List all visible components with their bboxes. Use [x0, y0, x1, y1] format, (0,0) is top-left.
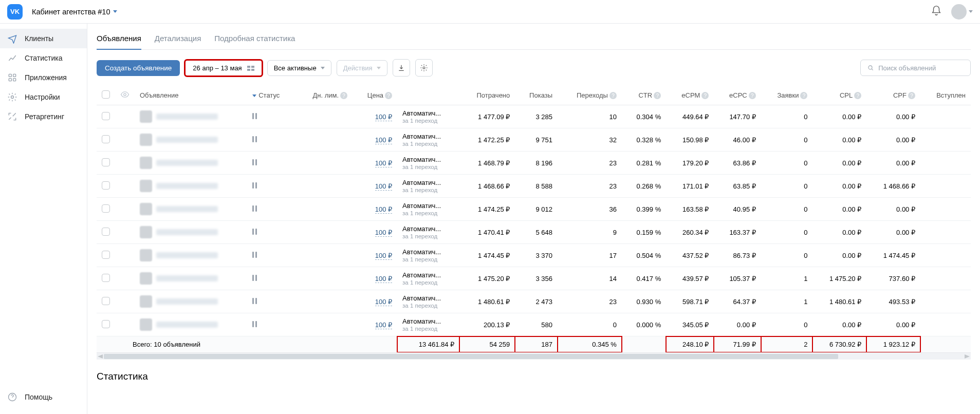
table-row[interactable]: 100 ₽Автоматич...за 1 переход1 472.25 ₽9…	[97, 128, 971, 152]
cell-status-sub: за 1 переход	[402, 164, 454, 170]
eye-icon[interactable]	[120, 93, 130, 101]
sidebar-item-settings[interactable]: Настройки	[0, 87, 87, 107]
tab-ads[interactable]: Объявления	[97, 27, 141, 50]
row-checkbox[interactable]	[102, 181, 110, 190]
table-row[interactable]: 100 ₽Автоматич...за 1 переход200.13 ₽580…	[97, 313, 971, 336]
row-checkbox[interactable]	[102, 158, 110, 166]
price-link[interactable]: 100 ₽	[375, 113, 392, 121]
total-label: Всего: 10 объявлений	[97, 336, 353, 353]
col-cpf[interactable]: CPF?	[866, 86, 920, 105]
pause-icon[interactable]	[252, 229, 257, 235]
col-leads[interactable]: Заявки?	[761, 86, 813, 105]
row-checkbox[interactable]	[102, 135, 110, 143]
filter-select[interactable]: Все активные	[267, 60, 331, 76]
pause-icon[interactable]	[252, 113, 257, 119]
workspace-switcher[interactable]: Кабинет агентства #10	[32, 8, 117, 16]
row-checkbox[interactable]	[102, 204, 110, 213]
cell-ctr: 0.504 %	[622, 244, 666, 267]
actions-select[interactable]: Действия	[337, 60, 387, 76]
vk-logo[interactable]: VK	[7, 4, 23, 20]
download-button[interactable]	[393, 59, 410, 77]
pause-icon[interactable]	[252, 159, 257, 165]
price-link[interactable]: 100 ₽	[375, 275, 392, 283]
cell-spent: 1 474.45 ₽	[459, 244, 515, 267]
table-row[interactable]: 100 ₽Автоматич...за 1 переход1 468.66 ₽8…	[97, 175, 971, 198]
row-checkbox[interactable]	[102, 320, 110, 328]
bell-icon[interactable]	[931, 5, 942, 18]
pause-icon[interactable]	[252, 298, 257, 304]
cell-ecpm: 598.71 ₽	[666, 290, 714, 313]
horizontal-scrollbar[interactable]	[97, 352, 971, 360]
tab-detailed-stats[interactable]: Подробная статистика	[214, 27, 295, 49]
row-checkbox[interactable]	[102, 274, 110, 282]
date-range-picker[interactable]: 26 апр – 13 мая	[185, 60, 262, 76]
col-clicks[interactable]: Переходы?	[558, 86, 622, 105]
user-menu[interactable]	[951, 4, 973, 20]
sidebar-item-label: Ретаргетинг	[25, 112, 64, 121]
table-row[interactable]: 100 ₽Автоматич...за 1 переход1 475.20 ₽3…	[97, 267, 971, 290]
ad-thumbnail	[140, 110, 152, 123]
row-checkbox[interactable]	[102, 251, 110, 259]
price-link[interactable]: 100 ₽	[375, 159, 392, 167]
col-spent[interactable]: Потрачено	[459, 86, 515, 105]
table-row[interactable]: 100 ₽Автоматич...за 1 переход1 477.09 ₽3…	[97, 105, 971, 128]
svg-point-8	[124, 93, 126, 96]
price-link[interactable]: 100 ₽	[375, 136, 392, 144]
col-cpl[interactable]: CPL?	[812, 86, 866, 105]
col-ad[interactable]: Объявление	[135, 86, 247, 105]
sidebar-item-stats[interactable]: Статистика	[0, 48, 87, 68]
search-input[interactable]	[878, 64, 964, 72]
ads-table: Объявление Статус Дн. лим.? Цена? Потрач…	[97, 86, 971, 360]
cell-leads: 1	[761, 267, 813, 290]
sidebar-item-apps[interactable]: Приложения	[0, 68, 87, 87]
settings-button[interactable]	[415, 59, 433, 77]
col-status[interactable]: Статус	[247, 86, 295, 105]
pause-icon[interactable]	[252, 205, 257, 212]
price-link[interactable]: 100 ₽	[375, 321, 392, 329]
create-ad-button[interactable]: Создать объявление	[97, 60, 180, 76]
search-box[interactable]	[860, 60, 971, 76]
row-checkbox[interactable]	[102, 228, 110, 236]
pause-icon[interactable]	[252, 252, 257, 258]
svg-rect-3	[13, 79, 16, 81]
tab-details[interactable]: Детализация	[155, 27, 201, 49]
table-row[interactable]: 100 ₽Автоматич...за 1 переход1 480.61 ₽2…	[97, 290, 971, 313]
price-link[interactable]: 100 ₽	[375, 182, 392, 191]
ad-thumbnail	[140, 157, 152, 169]
table-row[interactable]: 100 ₽Автоматич...за 1 переход1 474.45 ₽3…	[97, 244, 971, 267]
cell-impressions: 9 751	[515, 128, 558, 152]
select-all-checkbox[interactable]	[102, 90, 110, 99]
pause-icon[interactable]	[252, 321, 257, 327]
row-checkbox[interactable]	[102, 112, 110, 120]
sidebar-item-help[interactable]: Помощь	[0, 387, 87, 407]
pause-icon[interactable]	[252, 136, 257, 142]
price-link[interactable]: 100 ₽	[375, 205, 392, 214]
col-impressions[interactable]: Показы	[515, 86, 558, 105]
price-link[interactable]: 100 ₽	[375, 298, 392, 306]
total-leads: 2	[761, 336, 813, 353]
cell-clicks: 17	[558, 244, 622, 267]
table-row[interactable]: 100 ₽Автоматич...за 1 переход1 474.25 ₽9…	[97, 198, 971, 221]
price-link[interactable]: 100 ₽	[375, 229, 392, 237]
col-day-limit[interactable]: Дн. лим.?	[295, 86, 353, 105]
cell-cpf: 0.00 ₽	[866, 221, 920, 244]
col-joins[interactable]: Вступлен	[920, 86, 971, 105]
table-row[interactable]: 100 ₽Автоматич...за 1 переход1 470.41 ₽5…	[97, 221, 971, 244]
cell-cpl: 0.00 ₽	[812, 105, 866, 128]
price-link[interactable]: 100 ₽	[375, 252, 392, 260]
pause-icon[interactable]	[252, 275, 257, 281]
row-checkbox[interactable]	[102, 297, 110, 305]
cell-status-main: Автоматич...	[402, 179, 454, 186]
sidebar-item-clients[interactable]: Клиенты	[0, 29, 87, 48]
col-ctr[interactable]: CTR?	[622, 86, 666, 105]
col-ecpm[interactable]: eCPM?	[666, 86, 714, 105]
pause-icon[interactable]	[252, 182, 257, 189]
cell-status-main: Автоматич...	[402, 156, 454, 163]
col-ecpc[interactable]: eCPC?	[714, 86, 761, 105]
sidebar-item-retargeting[interactable]: Ретаргетинг	[0, 107, 87, 126]
table-row[interactable]: 100 ₽Автоматич...за 1 переход1 468.79 ₽8…	[97, 152, 971, 175]
col-price[interactable]: Цена?	[353, 86, 397, 105]
cell-ecpm: 163.58 ₽	[666, 198, 714, 221]
ad-thumbnail	[140, 295, 152, 308]
cell-leads: 1	[761, 290, 813, 313]
